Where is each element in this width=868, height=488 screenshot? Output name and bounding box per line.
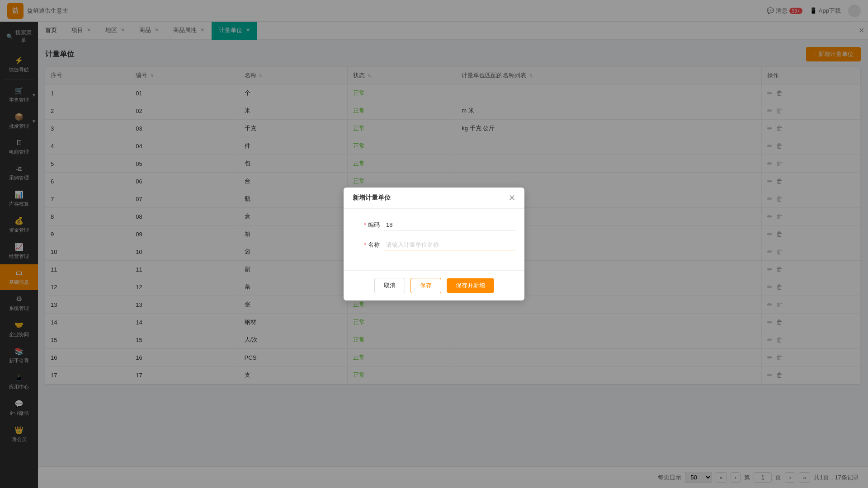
modal-header: 新增计量单位 ✕ (344, 188, 524, 209)
form-row-code: * 编码 (353, 220, 515, 230)
modal-close-btn[interactable]: ✕ (509, 194, 515, 202)
form-row-name: * 名称 (353, 239, 515, 250)
name-label: * 名称 (353, 241, 380, 249)
modal-body: * 编码 * 名称 (344, 209, 524, 270)
add-unit-modal: 新增计量单位 ✕ * 编码 * 名称 取消 保存 保存并新增 (344, 188, 524, 300)
required-star-name: * (364, 241, 366, 248)
cancel-btn[interactable]: 取消 (374, 278, 405, 293)
code-label: * 编码 (353, 221, 380, 229)
code-input[interactable] (384, 220, 515, 230)
save-btn[interactable]: 保存 (410, 278, 441, 293)
save-and-new-btn[interactable]: 保存并新增 (447, 278, 494, 293)
required-star-code: * (364, 221, 366, 228)
modal-footer: 取消 保存 保存并新增 (344, 270, 524, 300)
name-input[interactable] (384, 239, 515, 250)
modal-overlay[interactable]: 新增计量单位 ✕ * 编码 * 名称 取消 保存 保存并新增 (0, 0, 868, 488)
modal-title: 新增计量单位 (353, 194, 391, 202)
